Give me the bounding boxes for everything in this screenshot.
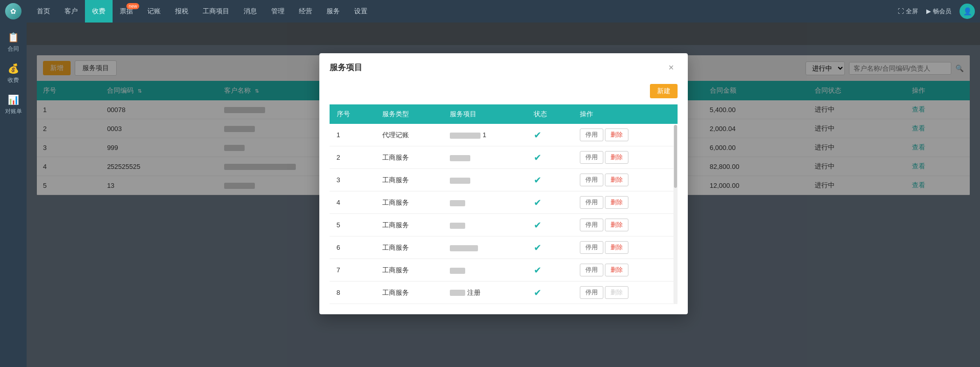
status-check-icon: ✔: [534, 288, 541, 298]
blurred-item: [450, 178, 470, 184]
modal-col-status: 状态: [527, 104, 572, 124]
nav-bill[interactable]: 票据 new: [113, 0, 140, 23]
status-check-icon: ✔: [534, 175, 541, 185]
stop-button[interactable]: 停用: [580, 241, 603, 254]
main-content: 新增 服务项目 进行中 全部 已结束 🔍 序号 合同编码 ⇅ 客户名称 ⇅ 服务…: [27, 45, 980, 367]
member-icon: ▶: [926, 8, 931, 15]
nav-home[interactable]: 首页: [30, 0, 57, 23]
stop-button[interactable]: 停用: [580, 174, 603, 186]
stop-button[interactable]: 停用: [580, 128, 603, 141]
scrollbar-thumb[interactable]: [674, 125, 677, 188]
status-check-icon: ✔: [534, 130, 541, 140]
nav-bookkeeping[interactable]: 记账: [140, 0, 168, 23]
modal-col-item: 服务项目: [443, 104, 527, 124]
modal-table-row: 7 工商服务 ✔ 停用 删除: [330, 259, 678, 282]
modal-title: 服务项目: [330, 62, 362, 73]
statement-icon: 📊: [8, 94, 19, 105]
delete-button[interactable]: 删除: [605, 128, 628, 141]
scrollbar-track[interactable]: [673, 125, 678, 304]
delete-button[interactable]: 删除: [605, 219, 628, 231]
status-check-icon: ✔: [534, 198, 541, 208]
modal-table-row: 8 工商服务 注册 ✔ 停用 删除: [330, 282, 678, 304]
status-check-icon: ✔: [534, 220, 541, 230]
modal-table: 序号 服务类型 服务项目 状态 操作 1 代理记账 1: [330, 104, 678, 304]
member-action[interactable]: ▶ 畅会员: [926, 7, 951, 16]
blurred-item: [450, 290, 465, 296]
sidebar-item-statement[interactable]: 📊 对账单: [0, 90, 27, 119]
modal-col-op: 操作: [573, 104, 678, 124]
nav-manage[interactable]: 管理: [264, 0, 292, 23]
modal-body: 序号 服务类型 服务项目 状态 操作 1 代理记账 1: [319, 104, 688, 314]
status-check-icon: ✔: [534, 265, 541, 275]
new-badge: new: [126, 3, 139, 9]
modal-table-wrapper: 序号 服务类型 服务项目 状态 操作 1 代理记账 1: [330, 104, 678, 304]
nav-tax[interactable]: 报税: [168, 0, 195, 23]
status-check-icon: ✔: [534, 243, 541, 253]
modal-header: 服务项目 ×: [319, 53, 688, 80]
delete-button[interactable]: 删除: [605, 196, 628, 209]
blurred-item: [450, 245, 478, 251]
modal-close-button[interactable]: ×: [665, 61, 678, 74]
blurred-item: [450, 223, 465, 229]
fee-icon: 💰: [8, 63, 19, 74]
nav-business[interactable]: 工商项目: [195, 0, 236, 23]
avatar[interactable]: 👤: [960, 4, 975, 19]
delete-button[interactable]: 删除: [605, 174, 628, 186]
delete-button[interactable]: 删除: [605, 151, 628, 164]
nav-settings[interactable]: 设置: [347, 0, 375, 23]
modal-table-row: 4 工商服务 ✔ 停用 删除: [330, 191, 678, 214]
status-check-icon: ✔: [534, 153, 541, 163]
nav-customer[interactable]: 客户: [57, 0, 85, 23]
modal-header-row: 序号 服务类型 服务项目 状态 操作: [330, 104, 678, 124]
modal-table-row: 1 代理记账 1 ✔ 停用 删除: [330, 124, 678, 146]
sidebar-item-fee[interactable]: 💰 收费: [0, 59, 27, 88]
modal-col-type: 服务类型: [375, 104, 443, 124]
nav-message[interactable]: 消息: [236, 0, 264, 23]
contract-icon: 📋: [8, 32, 19, 43]
modal-new-button[interactable]: 新建: [650, 84, 678, 98]
modal-table-row: 5 工商服务 ✔ 停用 删除: [330, 214, 678, 236]
delete-button-disabled: 删除: [605, 286, 628, 299]
blurred-item: [450, 133, 481, 139]
modal-col-seq: 序号: [330, 104, 375, 124]
delete-button[interactable]: 删除: [605, 264, 628, 276]
sidebar-item-contract[interactable]: 📋 合同: [0, 28, 27, 57]
fullscreen-icon: ⛶: [898, 8, 904, 15]
stop-button[interactable]: 停用: [580, 264, 603, 276]
nav-operation[interactable]: 经营: [292, 0, 319, 23]
top-nav: ✿ 首页 客户 收费 票据 new 记账 报税 工商项目 消息 管理 经营 服务…: [0, 0, 980, 23]
blurred-item: [450, 155, 470, 161]
modal-overlay: 服务项目 × 新建 序号 服务类型 服务项目 状态: [27, 23, 980, 367]
modal-table-row: 2 工商服务 ✔ 停用 删除: [330, 146, 678, 169]
stop-button[interactable]: 停用: [580, 196, 603, 209]
stop-button[interactable]: 停用: [580, 151, 603, 164]
stop-button[interactable]: 停用: [580, 286, 603, 299]
modal-service-items: 服务项目 × 新建 序号 服务类型 服务项目 状态: [319, 53, 688, 314]
right-actions: ⛶ 全屏 ▶ 畅会员 👤: [898, 4, 975, 19]
sidebar: 📋 合同 💰 收费 📊 对账单: [0, 23, 27, 367]
nav-menu: 首页 客户 收费 票据 new 记账 报税 工商项目 消息 管理 经营 服务 设…: [30, 0, 898, 23]
fullscreen-action[interactable]: ⛶ 全屏: [898, 7, 918, 16]
nav-service[interactable]: 服务: [319, 0, 347, 23]
modal-table-row: 6 工商服务 ✔ 停用 删除: [330, 236, 678, 259]
nav-fee[interactable]: 收费: [85, 0, 113, 23]
modal-toolbar: 新建: [319, 80, 688, 104]
delete-button[interactable]: 删除: [605, 241, 628, 254]
modal-table-row: 3 工商服务 ✔ 停用 删除: [330, 169, 678, 191]
logo-icon: ✿: [5, 3, 21, 19]
blurred-item: [450, 200, 465, 206]
blurred-item: [450, 268, 465, 274]
stop-button[interactable]: 停用: [580, 219, 603, 231]
